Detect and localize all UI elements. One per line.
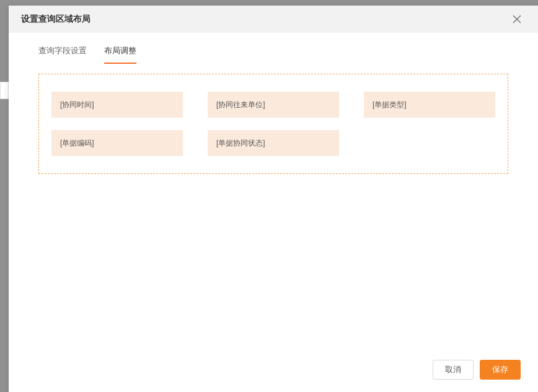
modal-title: 设置查询区域布局 <box>21 14 90 25</box>
modal-footer: 取消 保存 <box>9 352 538 392</box>
close-button[interactable] <box>508 11 526 28</box>
background-page-stub <box>0 82 9 99</box>
field-block[interactable]: [单据类型] <box>364 92 495 118</box>
field-block[interactable]: [单据协同状态] <box>208 130 339 156</box>
modal-body: 查询字段设置 布局调整 [协同时间] [协同往来单位] [单据类型] [单据编码… <box>9 33 538 352</box>
field-block[interactable]: [协同往来单位] <box>208 92 339 118</box>
field-block[interactable]: [单据编码] <box>51 130 183 156</box>
modal-dialog: 设置查询区域布局 查询字段设置 布局调整 [协同时间] [协同往来单位] [单据… <box>9 6 538 392</box>
modal-header: 设置查询区域布局 <box>9 6 538 33</box>
layout-drop-area[interactable]: [协同时间] [协同往来单位] [单据类型] [单据编码] [单据协同状态] <box>38 74 508 174</box>
save-button[interactable]: 保存 <box>480 360 521 380</box>
field-block[interactable]: [协同时间] <box>51 92 183 118</box>
tab-layout-adjust[interactable]: 布局调整 <box>104 39 136 64</box>
tab-query-fields[interactable]: 查询字段设置 <box>38 39 87 64</box>
cancel-button[interactable]: 取消 <box>433 360 474 380</box>
close-icon <box>513 15 521 24</box>
tabs: 查询字段设置 布局调整 <box>38 39 508 64</box>
